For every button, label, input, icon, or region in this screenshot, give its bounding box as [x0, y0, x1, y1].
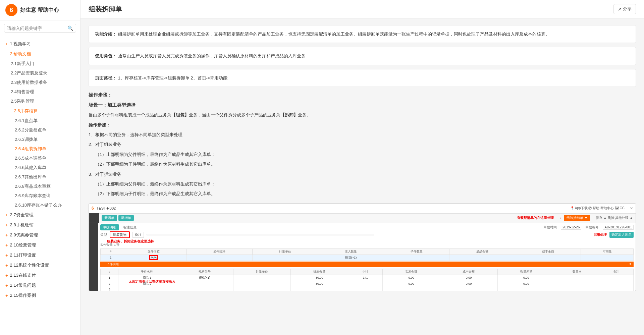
- sidebar-section-label: 2.13在线支付: [10, 272, 36, 278]
- table-row: 3: [101, 287, 634, 291]
- col-num2: #: [101, 269, 118, 275]
- main-content: 组装拆卸单 ↗ 分享 功能介绍： 组装拆卸单用来处理企业组装或拆卸等加工业务，支…: [80, 0, 644, 335]
- plus-icon-2: +: [5, 213, 8, 218]
- screenshot-container: 6 TEST-H002 📍 App下载 ② 帮助 帮助中心 🐼 CC ✕ 新增单…: [89, 203, 636, 291]
- form-date-val[interactable]: 2019-12-26: [561, 225, 581, 230]
- sidebar-section-label: 1.视频学习: [10, 41, 31, 47]
- search-area: 🔍: [0, 20, 80, 36]
- app-close-icon[interactable]: ✕: [630, 206, 633, 211]
- sidebar-item-inventory[interactable]: − 2.6库存核算: [0, 106, 80, 116]
- sidebar-section-label: 2.11打印设置: [10, 252, 36, 258]
- sidebar-item-inventory-ledger[interactable]: 2.6.9库存账本查询: [0, 191, 80, 201]
- form-doc-val[interactable]: AD-20191226-001: [603, 225, 634, 230]
- tab-label[interactable]: 单据明细: [100, 224, 119, 230]
- plus-icon: +: [5, 42, 8, 47]
- nav-list: + 1.视频学习 − 2.帮助文档 2.1新手入门 2.2产品安装及登录 2.3…: [0, 36, 80, 335]
- sidebar-item-other-in[interactable]: 2.6.6其他入库单: [0, 163, 80, 172]
- sidebar-item-purchase[interactable]: 2.5采购管理: [0, 97, 80, 106]
- sidebar-item-finance[interactable]: + 2.7资金管理: [0, 210, 80, 220]
- new-doc-btn[interactable]: 新增单: [102, 215, 117, 221]
- col-unit2: 计量单位: [233, 269, 290, 275]
- sidebar-item-assembly[interactable]: 2.6.4组装拆卸单: [0, 144, 80, 154]
- sidebar-item-mgmt[interactable]: + 2.10经营管理: [0, 240, 80, 250]
- sidebar-item-cases[interactable]: + 2.15操作案例: [0, 290, 80, 300]
- ops-steps-title: 操作步骤：: [89, 121, 636, 129]
- remarks-label: 备注: [132, 232, 144, 238]
- feature-intro-text: 功能介绍： 组装拆卸单用来处理企业组装或拆卸等加工业务，支持有固定装配清单的产品…: [95, 30, 630, 38]
- plus-icon-8: +: [5, 273, 8, 278]
- logo-icon: 6: [5, 4, 17, 16]
- toolbar-icons: 保存 ▲ 删除 其他处理 ▲: [596, 216, 633, 220]
- step3: 3、对于拆卸业务: [89, 170, 636, 178]
- sidebar-item-cost-adjust[interactable]: 2.6.5成本调整单: [0, 154, 80, 163]
- col-sub-qty: 子件数量: [384, 248, 449, 255]
- app-nav-icons: 📍 App下载 ② 帮助 帮助中心 🐼 CC: [570, 206, 625, 211]
- annotation-assembly-list: 有装配清单的在这里处理: [517, 216, 554, 220]
- sidebar-item-other-out[interactable]: 2.6.7其他出库单: [0, 172, 80, 182]
- sidebar-item-faq[interactable]: + 2.14常见问题: [0, 280, 80, 290]
- arrow-icon: →: [556, 215, 562, 221]
- sidebar-item-data-prep[interactable]: 2.3使用前数据准备: [0, 78, 80, 87]
- share-button[interactable]: ↗ 分享: [613, 4, 636, 14]
- col-qty-m: 数量M: [555, 269, 599, 275]
- sidebar-section-label: 2.12系统个性化设置: [10, 262, 49, 268]
- section-divider: + 子件明细 ⬆: [100, 262, 634, 267]
- tab-label2[interactable]: 备注信息: [123, 225, 137, 230]
- cell-sub: [384, 255, 449, 261]
- sidebar-item-print[interactable]: + 2.11打印设置: [0, 250, 80, 260]
- new-doc-btn2[interactable]: 新增单: [118, 215, 134, 221]
- sidebar-section-label: 2.14常见问题: [10, 282, 36, 288]
- app-form-area: 单据明细 备注信息 单据时间 2019-12-26 单据编号 AD-201912…: [98, 223, 636, 291]
- confirm-btn[interactable]: 确定出入库单: [609, 232, 634, 238]
- sidebar-item-ledger-error[interactable]: 2.6.10库存账本错了么办: [0, 201, 80, 210]
- sidebar-item-mobile[interactable]: + 2.8手机旺铺: [0, 220, 80, 230]
- sidebar-item-payment[interactable]: + 2.13在线支付: [0, 270, 80, 280]
- sidebar-item-new-user[interactable]: 2.1新手入门: [0, 59, 80, 68]
- sidebar-item-partial-stocktake[interactable]: 2.6.2分量盘点单: [0, 125, 80, 135]
- cell-spec: [186, 255, 252, 261]
- scene1-title: 场景一：加工类型选择: [89, 102, 636, 108]
- cell-unit: [252, 255, 318, 261]
- role-block: 使用角色： 通常由生产人员或库管人员完成拆装业务的操作，库管人员确认原材料的出库…: [89, 47, 636, 65]
- step3-1: （1）上部明细为父件明细，最终作为原材料生成其它出库单；: [89, 180, 636, 188]
- share-icon: ↗: [618, 7, 622, 12]
- sidebar-inventory-label: 2.6库存核算: [14, 108, 38, 114]
- sidebar-item-transfer[interactable]: 2.6.3调拨单: [0, 135, 80, 144]
- sidebar-item-sales[interactable]: 2.4销售管理: [0, 87, 80, 97]
- sidebar-section-label: 2.15操作案例: [10, 292, 36, 298]
- search-input[interactable]: [7, 26, 67, 31]
- col-parent-spec: 父件规格: [186, 248, 252, 255]
- sidebar-item-coupon[interactable]: + 2.9优惠券管理: [0, 230, 80, 240]
- table-row: 1 米米 拆货(×1): [101, 255, 634, 261]
- col-cost-amt: 成本金额: [515, 248, 581, 255]
- annotation-no-list: 无固定清单可以在这里直接录入: [128, 279, 175, 284]
- annotation-type-label: 组装业务、拆卸业务在这里选择: [107, 239, 154, 244]
- search-icon[interactable]: 🔍: [67, 25, 73, 31]
- plus-icon-9: +: [5, 283, 8, 288]
- role-text: 使用角色： 通常由生产人员或库管人员完成拆装业务的操作，库管人员确认原材料的出库…: [95, 52, 630, 60]
- minus-icon-2: −: [9, 109, 12, 114]
- plus-icon-3: +: [5, 223, 8, 228]
- form-doc-label: 单据编号: [585, 225, 599, 230]
- cell-qty: 拆货(×1): [318, 255, 384, 261]
- annotation-handle: 启用处理: [593, 232, 607, 237]
- app-titlebar: 6 TEST-H002 📍 App下载 ② 帮助 帮助中心 🐼 CC ✕: [89, 204, 636, 214]
- remarks-input[interactable]: [147, 234, 374, 235]
- parent-table: # 父件名称 父件规格 计量单位 主入数量 子件数量 成品金额 成本金额 可用量: [100, 248, 634, 261]
- share-label: 分享: [623, 6, 632, 12]
- sidebar-item-help-doc[interactable]: − 2.帮助文档: [0, 49, 80, 59]
- sidebar-item-custom[interactable]: + 2.12系统个性化设置: [0, 260, 80, 270]
- type-label: 类型: [100, 232, 107, 237]
- sidebar-item-stocktake[interactable]: 2.6.1盘点单: [0, 116, 80, 125]
- type-input[interactable]: 组装货物: [110, 231, 130, 238]
- step1: 1、根据不同的业务，选择不同单据的类型来处理: [89, 131, 636, 138]
- assembly-type-btn[interactable]: 组装拆卸单 ▼: [564, 215, 590, 221]
- sidebar-section-label: 2.10经营管理: [10, 242, 36, 248]
- app-logo: 6: [92, 206, 94, 211]
- col-remark: 备注: [599, 269, 634, 275]
- col-available: 可用量: [581, 248, 634, 255]
- scene1-desc: 当由多个子件材料组装成一个成品的业务为【组装】业务，当由一个父件拆分成多个子产品…: [89, 111, 636, 119]
- sidebar-item-video[interactable]: + 1.视频学习: [0, 39, 80, 49]
- sidebar-item-cost-recalc[interactable]: 2.6.8商品成本重算: [0, 182, 80, 191]
- sidebar-item-install[interactable]: 2.2产品安装及登录: [0, 68, 80, 78]
